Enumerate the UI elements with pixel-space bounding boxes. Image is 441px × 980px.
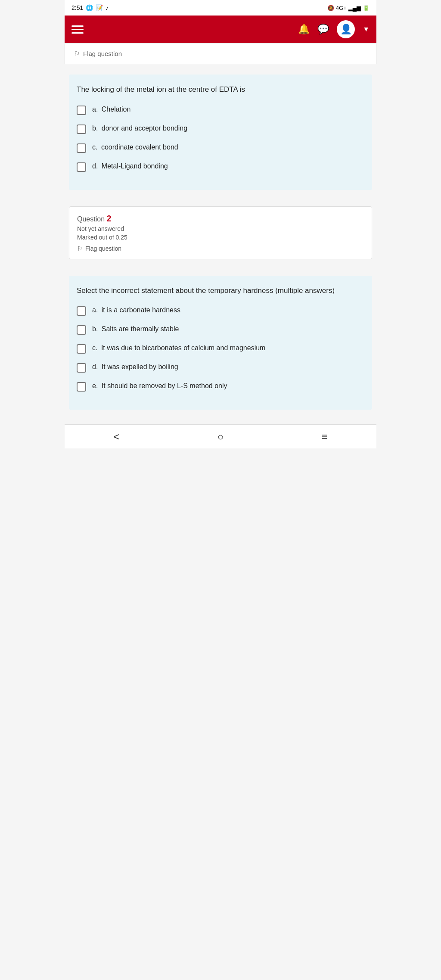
flag-question-bar-1[interactable]: ⚐ Flag question <box>65 43 376 64</box>
option-1b-label: b. donor and acceptor bonding <box>92 124 187 133</box>
flag-question-label-2: Flag question <box>85 245 121 252</box>
checkbox-1b[interactable] <box>77 124 86 134</box>
question-word: Question <box>77 215 105 223</box>
time-display: 2:51 <box>71 4 83 11</box>
battery-icon: 🔋 <box>363 5 370 11</box>
option-2d-text: It was expelled by boiling <box>102 363 178 370</box>
checkbox-1d[interactable] <box>77 162 86 172</box>
option-1c-label: c. coordinate covalent bond <box>92 143 178 152</box>
option-1d-letter: d. <box>92 162 98 170</box>
flag-question-label-1: Flag question <box>83 50 122 57</box>
option-2c-text: It was due to bicarbonates of calcium an… <box>101 344 266 352</box>
question-2-text: Select the incorrect statement about the… <box>77 285 364 296</box>
option-2a: a. it is a carbonate hardness <box>77 305 364 316</box>
option-1a: a. Chelation <box>77 105 364 115</box>
option-2d: d. It was expelled by boiling <box>77 362 364 373</box>
option-1a-label: a. Chelation <box>92 105 130 114</box>
option-1b-text: donor and acceptor bonding <box>102 124 187 132</box>
hamburger-line-3 <box>71 32 84 34</box>
option-1b: b. donor and acceptor bonding <box>77 124 364 134</box>
marked-out-label: Marked out of 0.25 <box>77 234 364 241</box>
signal-icon: ▂▄▆ <box>348 5 361 11</box>
bell-icon[interactable]: 🔔 <box>298 24 310 35</box>
hamburger-line-1 <box>71 25 84 27</box>
option-1d-label: d. Metal-Ligand bonding <box>92 162 168 171</box>
option-2c-label: c. It was due to bicarbonates of calcium… <box>92 343 265 353</box>
back-button[interactable]: < <box>105 431 128 443</box>
option-2c-letter: c. <box>92 344 97 352</box>
checkbox-2c[interactable] <box>77 344 86 354</box>
status-right: 🔕 4G+ ▂▄▆ 🔋 <box>327 5 370 11</box>
option-2b-label: b. Salts are thermally stable <box>92 324 179 334</box>
hamburger-menu[interactable] <box>71 25 84 34</box>
status-left: 2:51 🌐 📝 ♪ <box>71 4 109 11</box>
network-label: 4G+ <box>336 5 347 11</box>
option-2d-letter: d. <box>92 363 98 370</box>
option-2a-label: a. it is a carbonate hardness <box>92 305 180 315</box>
question-2-info-card: Question 2 Not yet answered Marked out o… <box>69 206 372 259</box>
app-icon-1: 📝 <box>96 4 103 11</box>
option-2a-letter: a. <box>92 306 98 314</box>
option-2b-letter: b. <box>92 325 98 333</box>
globe-icon: 🌐 <box>86 4 93 11</box>
avatar-icon: 👤 <box>340 24 352 35</box>
question-1-text: The locking of the metal ion at the cent… <box>77 84 364 95</box>
option-2e-letter: e. <box>92 382 98 389</box>
option-2b-text: Salts are thermally stable <box>102 325 179 333</box>
nav-right-icons: 🔔 💬 👤 ▼ <box>298 20 370 38</box>
option-1c-text: coordinate covalent bond <box>101 143 178 151</box>
home-button[interactable]: ○ <box>209 431 233 443</box>
option-1a-text: Chelation <box>102 106 131 113</box>
checkbox-2a[interactable] <box>77 306 86 316</box>
option-2e-text: It should be removed by L-S method only <box>102 382 227 389</box>
checkbox-1a[interactable] <box>77 106 86 115</box>
checkbox-2d[interactable] <box>77 363 86 373</box>
flag-icon-2: ⚐ <box>77 245 83 252</box>
option-1d-text: Metal-Ligand bonding <box>102 162 168 170</box>
question-2-number: 2 <box>107 214 112 223</box>
question-2-label: Question 2 <box>77 214 364 224</box>
option-1d: d. Metal-Ligand bonding <box>77 162 364 172</box>
menu-button[interactable]: ≡ <box>313 431 336 443</box>
flag-question-link-2[interactable]: ⚐ Flag question <box>77 245 364 252</box>
checkbox-1c[interactable] <box>77 143 86 153</box>
option-2c: c. It was due to bicarbonates of calcium… <box>77 343 364 354</box>
checkbox-2b[interactable] <box>77 325 86 335</box>
checkbox-2e[interactable] <box>77 382 86 392</box>
option-2e: e. It should be removed by L-S method on… <box>77 381 364 392</box>
hamburger-line-2 <box>71 29 84 30</box>
status-bar: 2:51 🌐 📝 ♪ 🔕 4G+ ▂▄▆ 🔋 <box>65 0 376 16</box>
option-1c: c. coordinate covalent bond <box>77 143 364 153</box>
option-2b: b. Salts are thermally stable <box>77 324 364 335</box>
option-1c-letter: c. <box>92 143 97 151</box>
option-2a-text: it is a carbonate hardness <box>102 306 180 314</box>
not-answered-status: Not yet answered <box>77 225 364 232</box>
option-2e-label: e. It should be removed by L-S method on… <box>92 381 227 391</box>
bottom-nav-bar: < ○ ≡ <box>65 424 376 448</box>
option-1b-letter: b. <box>92 124 98 132</box>
message-icon[interactable]: 💬 <box>317 24 329 35</box>
tiktok-icon: ♪ <box>106 4 109 11</box>
mute-icon: 🔕 <box>327 5 334 11</box>
dropdown-arrow-icon[interactable]: ▼ <box>363 25 370 33</box>
top-nav-bar: 🔔 💬 👤 ▼ <box>65 16 376 43</box>
question-2-block: Select the incorrect statement about the… <box>69 276 372 410</box>
question-1-block: The locking of the metal ion at the cent… <box>69 75 372 190</box>
main-content: ⚐ Flag question The locking of the metal… <box>65 43 376 448</box>
option-1a-letter: a. <box>92 106 98 113</box>
option-2d-label: d. It was expelled by boiling <box>92 362 178 372</box>
flag-icon-1: ⚐ <box>74 50 80 58</box>
avatar[interactable]: 👤 <box>337 20 355 38</box>
